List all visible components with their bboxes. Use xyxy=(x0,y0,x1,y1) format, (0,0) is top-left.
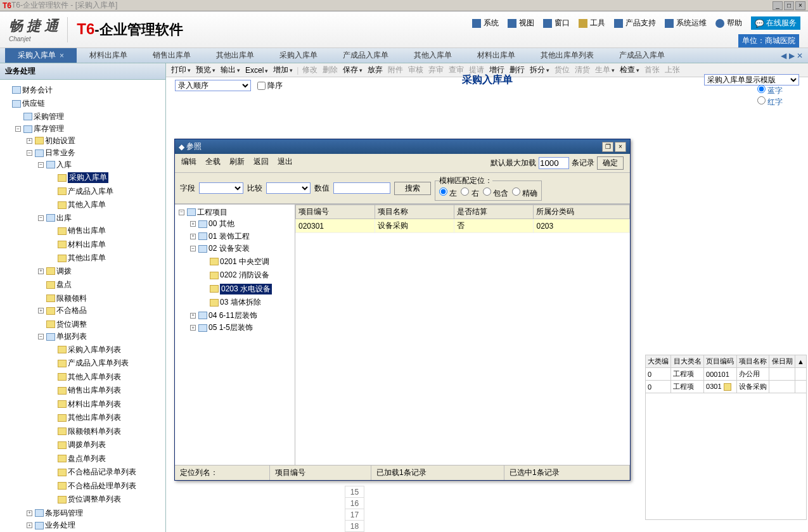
ok-button[interactable]: 确定 xyxy=(597,156,624,170)
tb-print[interactable]: 打印▾ xyxy=(170,65,192,75)
minimize-button[interactable]: _ xyxy=(773,1,783,10)
fuzzy-exact[interactable]: 精确 xyxy=(512,187,537,199)
desc-checkbox[interactable] xyxy=(257,82,266,90)
tb-output[interactable]: 输出▾ xyxy=(219,65,241,75)
tab-4[interactable]: 采购入库单 xyxy=(267,48,330,63)
red-radio[interactable]: 红字 xyxy=(757,96,783,108)
divider xyxy=(67,17,68,42)
table-row: 0工程项0301 设备采购 xyxy=(646,381,807,393)
template-select[interactable]: 采购入库单显示模版 xyxy=(704,74,799,86)
value-input[interactable] xyxy=(333,182,390,194)
close-button[interactable]: × xyxy=(795,1,805,10)
modal-restore-button[interactable]: ❐ xyxy=(602,142,613,152)
close-icon[interactable]: × xyxy=(60,51,64,60)
fuzzy-fieldset: 模糊匹配定位： 左 右 包含 精确 xyxy=(435,175,542,201)
header: 畅 捷 通 Chanjet T6-企业管理软件 系统 视图 窗口 工具 产品支持… xyxy=(0,11,808,48)
tab-5[interactable]: 产成品入库单 xyxy=(330,48,401,63)
bottom-rows: 15 16 17 18 xyxy=(345,486,808,532)
reference-modal: ◆ 参照 ❐ × 编辑 全载 刷新 返回 退出 默认最大加载 条记录 确定 字段… xyxy=(174,139,631,481)
brand-suffix: -企业管理软件 xyxy=(94,22,183,37)
menu-window[interactable]: 窗口 xyxy=(543,18,570,28)
blue-radio[interactable]: 蓝字 xyxy=(757,85,783,96)
tb-audit[interactable]: 审核 xyxy=(407,65,425,75)
compare-select[interactable] xyxy=(266,182,311,194)
tb-first[interactable]: 首张 xyxy=(643,65,661,75)
brand-cjt-en: Chanjet xyxy=(9,35,58,42)
tab-active[interactable]: 采购入库单× xyxy=(5,48,77,63)
brand-t6: T6 xyxy=(77,20,94,37)
window-title: T6-企业管理软件 - [采购入库单] xyxy=(11,0,117,11)
mtb-exit[interactable]: 退出 xyxy=(278,156,293,170)
tb-clear[interactable]: 清货 xyxy=(574,65,591,75)
tb-excel[interactable]: Excel▾ xyxy=(244,66,269,75)
header-unit: 单位：商城医院 xyxy=(738,34,799,48)
menu-tool[interactable]: 工具 xyxy=(579,18,605,28)
tab-6[interactable]: 其他入库单 xyxy=(401,48,465,63)
fuzzy-right[interactable]: 右 xyxy=(461,187,478,199)
tab-1[interactable]: 材料出库单 xyxy=(77,48,140,63)
fuzzy-left[interactable]: 左 xyxy=(439,187,457,199)
tab-2[interactable]: 销售出库单 xyxy=(140,48,203,63)
mtb-edit[interactable]: 编辑 xyxy=(181,156,196,170)
menu-ops[interactable]: 系统运维 xyxy=(665,18,707,28)
tb-location[interactable]: 货位 xyxy=(553,65,571,75)
tab-3[interactable]: 其他出库单 xyxy=(203,48,267,63)
tab-7[interactable]: 材料出库单 xyxy=(465,48,528,63)
tb-gen[interactable]: 生单▾ xyxy=(594,65,616,75)
left-panel: 业务处理 财务会计 供应链 采购管理 −库存管理 +初始设置 −日常业务 −入库 xyxy=(0,63,166,532)
tb-abandon[interactable]: 放弃 xyxy=(366,65,384,75)
tab-8[interactable]: 其他出库单列表 xyxy=(528,48,606,63)
table-row: 0工程项000101办公用 xyxy=(646,368,807,381)
mtb-all[interactable]: 全载 xyxy=(205,156,221,170)
app-prefix: T6 xyxy=(3,1,11,10)
maxload-label: 默认最大加载 xyxy=(491,158,536,168)
modal-close-button[interactable]: × xyxy=(615,142,626,152)
chat-icon: 💬 xyxy=(755,19,764,28)
menu-help[interactable]: 帮助 xyxy=(715,18,742,28)
tb-unaudit[interactable]: 弃审 xyxy=(427,65,445,75)
search-button[interactable]: 搜索 xyxy=(394,182,431,195)
tab-nav[interactable]: ◀ ▶ ✕ xyxy=(781,48,808,63)
desc-label: 降序 xyxy=(267,81,283,90)
tb-add[interactable]: 增加▾ xyxy=(272,65,294,75)
modal-tree[interactable]: −工程项目 +00 其他 +01 装饰工程 −02 设备安装 0201 中央空调… xyxy=(175,205,295,465)
tb-preview[interactable]: 预览▾ xyxy=(195,65,217,75)
tabs-bar: 采购入库单× 材料出库单 销售出库单 其他出库单 采购入库单 产成品入库单 其他… xyxy=(0,48,808,63)
tb-check[interactable]: 检查▾ xyxy=(619,65,641,75)
order-select[interactable]: 录入顺序 xyxy=(175,80,251,91)
fuzzy-contain[interactable]: 包含 xyxy=(483,187,508,199)
tb-delete[interactable]: 删除 xyxy=(321,65,339,75)
diamond-icon: ◆ xyxy=(179,142,184,151)
maxload-unit: 条记录 xyxy=(572,158,594,168)
mtb-back[interactable]: 返回 xyxy=(253,156,269,170)
maximize-button[interactable]: □ xyxy=(784,1,794,10)
menu-support[interactable]: 产品支持 xyxy=(614,18,656,28)
menu-view[interactable]: 视图 xyxy=(508,18,534,28)
zoom-icon[interactable] xyxy=(724,383,731,391)
modal-title: 参照 xyxy=(186,141,202,152)
field-select[interactable] xyxy=(199,182,243,194)
tab-9[interactable]: 产成品入库单 xyxy=(606,48,677,63)
tb-prev[interactable]: 上张 xyxy=(664,65,681,75)
sidebar-title: 业务处理 xyxy=(0,63,165,80)
tb-save[interactable]: 保存▾ xyxy=(342,65,364,75)
form-title: 采购入库单 xyxy=(462,73,513,87)
maxload-input[interactable] xyxy=(539,157,569,169)
tb-modify[interactable]: 修改 xyxy=(301,65,319,75)
modal-status: 定位列名： 项目编号 已加载1条记录 已选中1条记录 xyxy=(175,465,630,480)
mtb-refresh[interactable]: 刷新 xyxy=(229,156,245,170)
titlebar: T6 T6-企业管理软件 - [采购入库单] _ □ × xyxy=(0,0,808,11)
sidebar-tree[interactable]: 财务会计 供应链 采购管理 −库存管理 +初始设置 −日常业务 −入库 xyxy=(0,80,165,532)
menu-system[interactable]: 系统 xyxy=(472,18,499,28)
menu-online[interactable]: 💬在线服务 xyxy=(751,16,800,30)
table-row: 020301 设备采购 否 0203 xyxy=(296,219,630,233)
tb-attach[interactable]: 附件 xyxy=(387,65,404,75)
brand-cjt: 畅 捷 通 xyxy=(9,18,58,34)
tb-split[interactable]: 拆分▾ xyxy=(529,65,551,75)
modal-table[interactable]: 项目编号 项目名称 是否结算 所属分类码 020301 设备采购 否 0203 xyxy=(295,205,630,465)
